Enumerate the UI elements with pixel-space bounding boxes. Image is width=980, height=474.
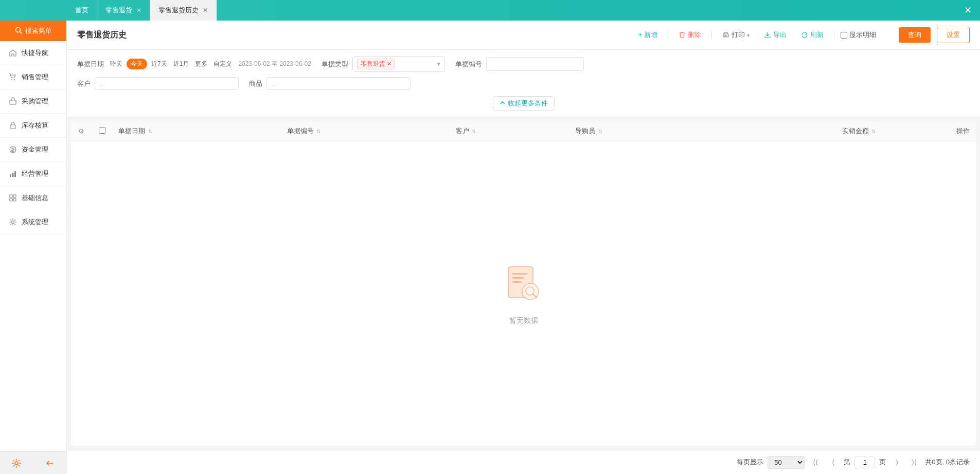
search-icon <box>15 27 22 35</box>
sidebar-item-label: 采购管理 <box>22 97 48 106</box>
sidebar-item-inventory[interactable]: 库存核算 <box>0 114 66 138</box>
type-select[interactable]: 零售退货 ✕ ▾ <box>352 56 445 72</box>
goods-ellipsis: ... <box>271 80 406 87</box>
svg-point-15 <box>15 462 18 465</box>
type-select-chevron: ▾ <box>437 61 440 67</box>
total-text: 共0页, 0条记录 <box>925 458 970 467</box>
refresh-icon <box>801 31 808 39</box>
voucher-filter-label: 单据编号 <box>455 60 482 69</box>
svg-rect-12 <box>10 198 12 201</box>
date-filter-label: 单据日期 <box>77 60 104 69</box>
svg-rect-8 <box>12 173 14 177</box>
type-filter-group: 单据类型 零售退货 ✕ ▾ <box>322 56 445 72</box>
page-last-button[interactable]: ⟩⟩ <box>907 455 921 469</box>
sidebar-collapse-button[interactable] <box>42 455 58 471</box>
svg-rect-7 <box>10 174 11 177</box>
sidebar-item-label: 快捷导航 <box>22 48 48 58</box>
sidebar-item-finance[interactable]: 资金管理 <box>0 138 66 162</box>
export-button[interactable]: 导出 <box>760 28 791 42</box>
tab-home[interactable]: 首页 <box>67 0 97 21</box>
new-button[interactable]: + 新增 <box>634 28 662 42</box>
empty-state-text: 暂无数据 <box>509 316 538 325</box>
voucher-no-input[interactable] <box>486 57 584 71</box>
svg-rect-13 <box>13 198 16 201</box>
sidebar-item-label: 基础信息 <box>22 193 48 203</box>
settings-button[interactable]: 设置 <box>937 27 970 43</box>
per-page-select[interactable]: 20 50 100 <box>768 456 805 469</box>
sidebar-item-basic-info[interactable]: 基础信息 <box>0 186 66 210</box>
sidebar-item-system[interactable]: 系统管理 <box>0 210 66 234</box>
filter-row-1: 单据日期 昨天 今天 近7天 近1月 更多 自定义 2023-06-02 至 2… <box>77 56 970 72</box>
svg-point-2 <box>11 79 12 80</box>
delete-icon <box>679 31 686 39</box>
goods-select[interactable]: ... <box>266 77 411 90</box>
type-tag-close[interactable]: ✕ <box>387 61 391 67</box>
collapse-button[interactable]: 收起更多条件 <box>493 96 555 111</box>
tab-retail-return-history[interactable]: 零售退货历史 ✕ <box>150 0 217 21</box>
date-btn-custom[interactable]: 自定义 <box>211 59 234 69</box>
show-detail-checkbox[interactable] <box>841 32 847 39</box>
th-customer[interactable]: 客户 ⇅ <box>450 121 569 141</box>
pagination-bar: 每页显示 20 50 100 ⟨⟨ ⟨ 第 页 ⟩ ⟩⟩ 共0页, 0条记录 <box>67 450 980 474</box>
delete-button[interactable]: 删除 <box>674 28 705 42</box>
th-no[interactable]: 单据编号 ⇅ <box>281 121 450 141</box>
customer-select[interactable]: ... <box>95 77 239 90</box>
svg-rect-19 <box>512 277 524 279</box>
per-page-label: 每页显示 <box>737 458 763 467</box>
date-btn-yesterday[interactable]: 昨天 <box>108 59 124 69</box>
date-btn-7days[interactable]: 近7天 <box>149 59 169 69</box>
date-btn-more[interactable]: 更多 <box>193 59 209 69</box>
main-layout: 搜索菜单 快捷导航 销售管理 采购管理 <box>0 21 980 474</box>
sidebar-item-purchase-mgmt[interactable]: 采购管理 <box>0 89 66 114</box>
customer-filter-group: 客户 ... <box>77 77 239 90</box>
svg-rect-10 <box>10 195 12 197</box>
sidebar-search-button[interactable]: 搜索菜单 <box>0 21 66 41</box>
sidebar-item-label: 销售管理 <box>22 72 48 82</box>
cart-icon <box>8 72 17 82</box>
show-detail-label[interactable]: 显示明细 <box>841 30 876 40</box>
sort-guide-icon: ⇅ <box>598 129 602 134</box>
select-all-checkbox[interactable] <box>99 127 105 134</box>
customer-filter-label: 客户 <box>77 79 91 88</box>
tab-retail-return-close[interactable]: ✕ <box>136 7 141 14</box>
tab-retail-return[interactable]: 零售退货 ✕ <box>97 0 150 21</box>
sidebar-item-sales-mgmt[interactable]: 销售管理 <box>0 65 66 89</box>
window-close-button[interactable]: ✕ <box>964 5 972 16</box>
sidebar-item-label: 系统管理 <box>22 217 48 227</box>
query-button[interactable]: 查询 <box>899 27 931 43</box>
date-btn-1month[interactable]: 近1月 <box>171 59 191 69</box>
filter-row-2: 客户 ... 商品 ... <box>77 77 970 90</box>
refresh-button[interactable]: 刷新 <box>797 28 828 42</box>
page-prev-button[interactable]: ⟨ <box>826 455 840 469</box>
page-number-input[interactable] <box>854 457 875 468</box>
page-first-button[interactable]: ⟨⟨ <box>809 455 822 469</box>
page-title: 零售退货历史 <box>77 30 127 41</box>
th-op: 操作 <box>882 121 976 141</box>
sidebar-gear-button[interactable] <box>8 455 25 471</box>
th-settings[interactable]: ⚙ <box>71 121 92 141</box>
tab-retail-return-history-close[interactable]: ✕ <box>203 7 208 14</box>
date-btn-today[interactable]: 今天 <box>127 59 147 69</box>
print-button[interactable]: 打印 ▾ <box>718 28 754 42</box>
th-checkbox[interactable] <box>92 121 112 141</box>
lock-icon <box>8 121 17 130</box>
sidebar-item-quick-nav[interactable]: 快捷导航 <box>0 41 66 65</box>
th-guide[interactable]: 导购员 ⇅ <box>569 121 713 141</box>
th-amount[interactable]: 实销金额 ⇅ <box>713 121 882 141</box>
svg-rect-9 <box>14 171 16 177</box>
settings-icon <box>8 217 17 227</box>
voucher-filter-group: 单据编号 <box>455 57 584 71</box>
th-date[interactable]: 单据日期 ⇅ <box>112 121 281 141</box>
date-range: 2023-06-02 至 2023-06-02 <box>238 60 311 68</box>
print-chevron: ▾ <box>747 32 750 38</box>
empty-state-icon <box>501 262 547 308</box>
sidebar-item-label: 资金管理 <box>22 145 48 154</box>
grid-icon <box>8 193 17 203</box>
sidebar-item-operations[interactable]: 经营管理 <box>0 162 66 186</box>
goods-filter-group: 商品 ... <box>249 77 411 90</box>
sidebar-footer <box>0 451 66 474</box>
sort-no-icon: ⇅ <box>316 129 320 134</box>
table-area: ⚙ 单据日期 ⇅ 单据编号 ⇅ <box>71 121 976 446</box>
date-buttons: 昨天 今天 近7天 近1月 更多 自定义 <box>108 59 234 69</box>
page-next-button[interactable]: ⟩ <box>890 455 903 469</box>
